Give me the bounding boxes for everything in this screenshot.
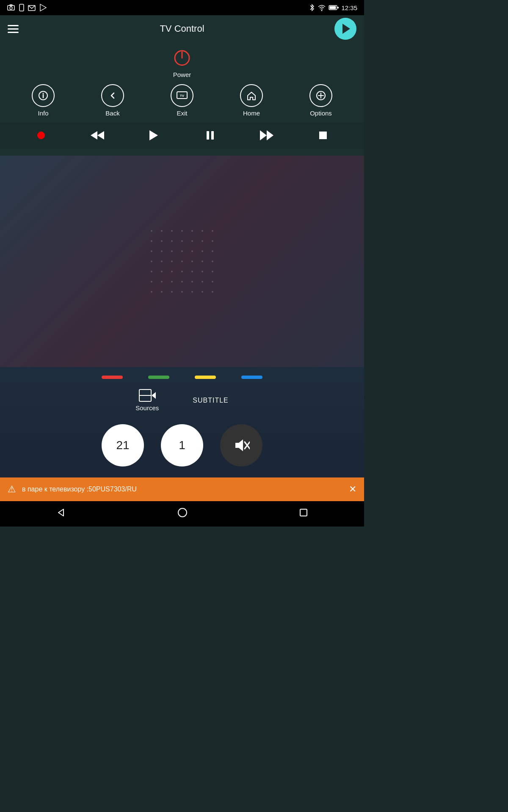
nav-back-icon xyxy=(56,508,66,518)
red-button[interactable] xyxy=(102,376,123,379)
bottom-remote: Sources SUBTITLE 21 1 xyxy=(0,367,364,477)
menu-button[interactable] xyxy=(8,25,19,33)
svg-rect-28 xyxy=(300,509,307,516)
pause-icon xyxy=(207,131,214,140)
top-bar: TV Control xyxy=(0,15,364,42)
color-buttons-row xyxy=(0,376,364,379)
wifi-icon xyxy=(318,4,326,11)
notification-bar: ⚠ в паре к телевизору :50PUS7303/RU ✕ xyxy=(0,477,364,501)
subtitle-label: SUBTITLE xyxy=(193,397,228,404)
home-icon xyxy=(246,91,257,101)
play-store-icon xyxy=(39,4,47,11)
hamburger-line xyxy=(8,25,19,26)
power-row: Power xyxy=(0,47,364,78)
nav-back-button[interactable] xyxy=(56,508,66,520)
system-nav-bar xyxy=(0,501,364,527)
number-buttons-row: 21 1 xyxy=(0,424,364,466)
svg-point-6 xyxy=(321,10,323,11)
channel-1-button[interactable]: 1 xyxy=(161,424,203,466)
exit-button[interactable]: TV Exit xyxy=(171,84,193,117)
media-controls-row xyxy=(0,123,364,149)
svg-marker-23 xyxy=(235,439,243,451)
bluetooth-icon xyxy=(309,4,315,11)
options-button[interactable]: Options xyxy=(309,84,332,117)
yellow-button[interactable] xyxy=(195,376,216,379)
info-icon xyxy=(38,91,48,101)
sources-label: Sources xyxy=(135,404,159,411)
home-button[interactable]: Home xyxy=(240,84,263,117)
screenshot-icon xyxy=(7,4,15,11)
page-title: TV Control xyxy=(160,23,204,34)
info-label: Info xyxy=(38,110,48,117)
options-icon xyxy=(315,90,326,101)
nav-home-button[interactable] xyxy=(177,508,188,520)
status-bar-left-icons xyxy=(7,4,47,11)
fast-forward-button[interactable] xyxy=(257,126,276,145)
power-label: Power xyxy=(173,71,191,78)
svg-marker-21 xyxy=(152,392,156,399)
svg-marker-5 xyxy=(40,4,46,11)
svg-point-27 xyxy=(178,508,187,517)
notification-text: в паре к телевизору :50PUS7303/RU xyxy=(22,486,343,493)
mute-button[interactable] xyxy=(220,424,262,466)
power-icon xyxy=(173,49,191,67)
svg-marker-26 xyxy=(58,509,64,516)
channel-21-button[interactable]: 21 xyxy=(102,424,144,466)
exit-label: Exit xyxy=(177,110,187,117)
phone-icon xyxy=(19,4,25,11)
stop-button[interactable] xyxy=(314,126,332,145)
remote-section: Power Info Back xyxy=(0,42,364,156)
svg-rect-3 xyxy=(19,4,24,11)
svg-rect-8 xyxy=(330,6,336,9)
dot-grid-decoration xyxy=(148,228,216,295)
info-icon-circle xyxy=(32,84,55,107)
warning-icon: ⚠ xyxy=(8,484,16,495)
pause-button[interactable] xyxy=(201,126,220,145)
nav-home-icon xyxy=(177,508,188,518)
status-bar-right-icons: 12:35 xyxy=(309,4,357,11)
info-button[interactable]: Info xyxy=(32,84,55,117)
hamburger-line xyxy=(8,28,19,30)
rewind-icon xyxy=(91,131,104,140)
control-buttons-row: Info Back TV Exit xyxy=(0,84,364,117)
exit-tv-icon: TV xyxy=(176,91,188,100)
record-button[interactable] xyxy=(32,126,50,145)
home-icon-circle xyxy=(240,84,263,107)
power-button[interactable] xyxy=(171,47,193,69)
back-icon xyxy=(108,91,118,101)
gmail-icon xyxy=(28,4,36,11)
battery-icon xyxy=(329,5,339,11)
play-icon xyxy=(149,130,158,140)
play-circle-button[interactable] xyxy=(334,18,356,40)
hamburger-line xyxy=(8,32,19,33)
fast-forward-icon xyxy=(260,130,273,140)
home-label: Home xyxy=(243,110,260,117)
nav-recent-button[interactable] xyxy=(299,508,308,520)
back-button[interactable]: Back xyxy=(101,84,124,117)
svg-rect-9 xyxy=(337,7,339,8)
sources-icon xyxy=(139,389,156,402)
play-button[interactable] xyxy=(144,126,163,145)
rewind-button[interactable] xyxy=(88,126,107,145)
stop-icon xyxy=(319,132,327,139)
svg-text:TV: TV xyxy=(180,94,185,98)
options-icon-circle xyxy=(309,84,332,107)
sources-button[interactable]: Sources xyxy=(135,389,159,411)
green-button[interactable] xyxy=(148,376,169,379)
sources-subtitle-row: Sources SUBTITLE xyxy=(0,389,364,411)
nav-recent-icon xyxy=(299,508,308,517)
status-time: 12:35 xyxy=(341,4,357,11)
svg-point-14 xyxy=(43,93,44,94)
exit-icon-circle: TV xyxy=(171,84,193,107)
status-bar: 12:35 xyxy=(0,0,364,15)
svg-point-2 xyxy=(10,7,12,9)
options-label: Options xyxy=(310,110,332,117)
record-icon xyxy=(37,132,45,139)
back-label: Back xyxy=(105,110,119,117)
dpad-area xyxy=(0,156,364,367)
blue-button[interactable] xyxy=(241,376,262,379)
back-icon-circle xyxy=(101,84,124,107)
notification-close-button[interactable]: ✕ xyxy=(349,484,356,495)
subtitle-button[interactable]: SUBTITLE xyxy=(193,397,228,404)
mute-icon xyxy=(233,438,250,453)
